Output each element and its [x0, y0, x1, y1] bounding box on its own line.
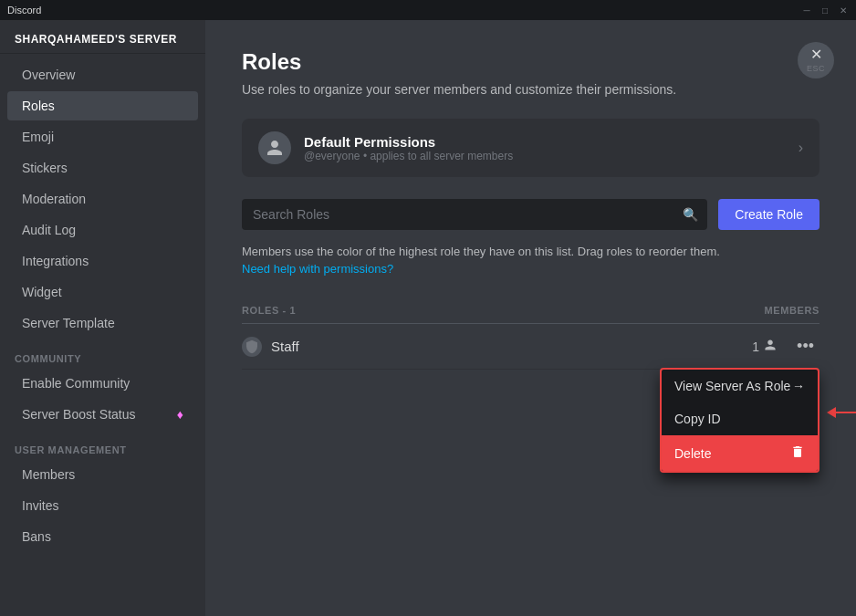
app-body: SHARQAHAMEED'S SERVER Overview Roles Emo…: [0, 20, 856, 616]
close-settings-button[interactable]: ✕ ESC: [798, 42, 834, 78]
sidebar-item-roles[interactable]: Roles: [7, 91, 198, 120]
help-text: Members use the color of the highest rol…: [242, 245, 819, 258]
view-server-as-role-label: View Server As Role: [674, 379, 790, 393]
context-menu-copy-id[interactable]: Copy ID: [662, 402, 818, 435]
search-roles-input[interactable]: [242, 199, 707, 230]
search-container: 🔍: [242, 199, 707, 230]
sidebar-item-label: Members: [22, 467, 75, 482]
user-management-section-label: USER MANAGEMENT: [0, 430, 205, 459]
sidebar-item-server-template[interactable]: Server Template: [7, 308, 198, 338]
dp-subtitle: @everyone • applies to all server member…: [304, 150, 513, 162]
dp-title: Default Permissions: [304, 134, 513, 150]
app-title: Discord: [7, 5, 41, 16]
sidebar-item-label: Server Boost Status: [22, 407, 136, 422]
sidebar-item-label: Invites: [22, 498, 58, 513]
role-left: Staff: [242, 337, 299, 357]
member-count: 1: [752, 339, 777, 354]
page-description: Use roles to organize your server member…: [242, 82, 819, 97]
search-create-row: 🔍 Create Role: [242, 199, 819, 230]
default-permissions-card[interactable]: Default Permissions @everyone • applies …: [242, 119, 819, 177]
sidebar-item-label: Roles: [22, 99, 55, 113]
context-menu-view-server-as-role[interactable]: View Server As Role →: [662, 370, 818, 402]
sidebar-item-audit-log[interactable]: Audit Log: [7, 215, 198, 245]
sidebar-item-widget[interactable]: Widget: [7, 277, 198, 307]
sidebar-item-overview[interactable]: Overview: [7, 60, 198, 89]
role-shield-icon: [242, 337, 262, 357]
minimize-button[interactable]: ─: [801, 5, 812, 16]
roles-column-header: ROLES - 1: [242, 305, 296, 316]
sidebar-item-label: Integrations: [22, 254, 89, 268]
sidebar-item-label: Audit Log: [22, 223, 76, 237]
sidebar-item-label: Widget: [22, 285, 62, 299]
close-x-icon: ✕: [810, 47, 822, 62]
role-row: Staff 1 ••• View Server As Role →: [242, 324, 819, 370]
roles-table-header: ROLES - 1 MEMBERS: [242, 298, 819, 324]
sidebar-item-moderation[interactable]: Moderation: [7, 184, 198, 214]
sidebar-item-integrations[interactable]: Integrations: [7, 246, 198, 276]
trash-icon: [790, 444, 805, 462]
sidebar-item-invites[interactable]: Invites: [7, 491, 198, 520]
view-server-arrow-icon: →: [792, 379, 805, 393]
sidebar-item-label: Bans: [22, 529, 51, 544]
sidebar-item-label: Emoji: [22, 130, 54, 144]
sidebar-item-bans[interactable]: Bans: [7, 522, 198, 551]
sidebar-item-label: Stickers: [22, 161, 68, 175]
sidebar-item-emoji[interactable]: Emoji: [7, 122, 198, 151]
close-esc-label: ESC: [807, 64, 825, 73]
create-role-button[interactable]: Create Role: [718, 199, 819, 230]
boost-badge-icon: ♦: [177, 407, 183, 422]
red-arrow-indicator: [827, 407, 856, 418]
dp-left: Default Permissions @everyone • applies …: [258, 131, 513, 164]
main-content: ✕ ESC Roles Use roles to organize your s…: [205, 20, 856, 616]
search-icon: 🔍: [683, 207, 698, 222]
title-bar: Discord ─ □ ✕: [0, 0, 856, 20]
sidebar-item-label: Enable Community: [22, 376, 130, 391]
copy-id-label: Copy ID: [674, 412, 721, 426]
maximize-button[interactable]: □: [819, 5, 830, 16]
role-more-button[interactable]: •••: [791, 335, 819, 358]
everyone-icon: [258, 131, 291, 164]
page-title: Roles: [242, 49, 819, 75]
dp-arrow-icon: ›: [799, 140, 803, 156]
sidebar-item-label: Server Template: [22, 316, 115, 330]
sidebar-item-server-boost-status[interactable]: Server Boost Status ♦: [7, 400, 198, 429]
context-menu-delete[interactable]: Delete: [662, 435, 818, 471]
sidebar-item-label: Overview: [22, 68, 75, 82]
community-section-label: COMMUNITY: [0, 339, 205, 368]
person-icon: [764, 339, 777, 354]
window-controls: ─ □ ✕: [801, 5, 849, 16]
sidebar-item-stickers[interactable]: Stickers: [7, 153, 198, 183]
dp-text: Default Permissions @everyone • applies …: [304, 134, 513, 162]
context-menu: View Server As Role → Copy ID Delete: [660, 368, 819, 473]
help-link[interactable]: Need help with permissions?: [242, 262, 819, 276]
sidebar-item-members[interactable]: Members: [7, 460, 198, 489]
sidebar-item-label: Moderation: [22, 192, 86, 206]
delete-label: Delete: [674, 446, 711, 461]
member-count-value: 1: [752, 339, 759, 354]
role-right: 1 ••• View Server As Role → Copy: [752, 335, 819, 358]
window-close-button[interactable]: ✕: [838, 5, 849, 16]
role-name: Staff: [271, 339, 299, 354]
server-name: SHARQAHAMEED'S SERVER: [0, 20, 205, 54]
sidebar-item-enable-community[interactable]: Enable Community: [7, 369, 198, 398]
sidebar: SHARQAHAMEED'S SERVER Overview Roles Emo…: [0, 20, 205, 616]
members-column-header: MEMBERS: [765, 305, 819, 316]
